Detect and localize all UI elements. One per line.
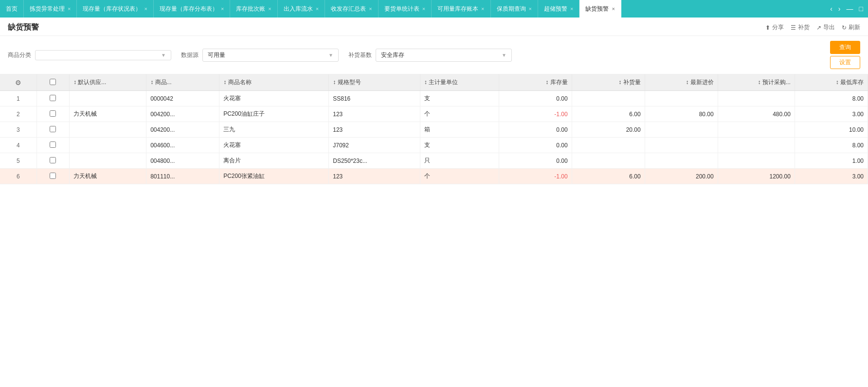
cell-index: 5 xyxy=(0,153,36,169)
table-header-row: ⚙ ↕ 默认供应... ↕ 商品... ↕ 商品名称 ↕ xyxy=(0,74,868,91)
cell-index: 2 xyxy=(0,106,36,122)
th-replenish[interactable]: ↕ 补货量 xyxy=(572,74,645,91)
cell-stock: 0.00 xyxy=(499,122,572,138)
row-checkbox[interactable] xyxy=(50,157,56,163)
tab-next-btn[interactable]: › xyxy=(835,4,844,14)
tab-prev-btn[interactable]: ‹ xyxy=(827,4,835,14)
cell-unit: 只 xyxy=(420,153,499,169)
close-tab-shortage[interactable]: × xyxy=(612,6,615,12)
th-unit-label: ↕ 主计量单位 xyxy=(424,79,458,86)
main-content: 缺货预警 ⬆ 分享 ☰ 补货 ↗ 导出 ↻ 刷新 商品分类 xyxy=(0,18,868,387)
cell-expected-purchase xyxy=(718,153,795,169)
th-stock[interactable]: ↕ 库存量 xyxy=(499,74,572,91)
row-checkbox[interactable] xyxy=(50,173,56,179)
cell-supplier xyxy=(70,122,146,138)
th-expected-purchase[interactable]: ↕ 预计采购... xyxy=(718,74,795,91)
cell-stock: -1.00 xyxy=(499,106,572,122)
close-tab-overstock[interactable]: × xyxy=(570,6,573,12)
th-code-label: ↕ 商品... xyxy=(150,79,171,86)
cell-index: 4 xyxy=(0,138,36,153)
th-settings[interactable]: ⚙ xyxy=(0,74,36,91)
refresh-action[interactable]: ↻ 刷新 xyxy=(842,23,860,32)
th-name[interactable]: ↕ 商品名称 xyxy=(219,74,329,91)
close-tab-expiry[interactable]: × xyxy=(529,6,532,12)
replenish-value: 安全库存 xyxy=(381,51,404,59)
cell-stock: 0.00 xyxy=(499,138,572,153)
settings-button[interactable]: 设置 xyxy=(830,56,860,69)
th-unit[interactable]: ↕ 主计量单位 xyxy=(420,74,499,91)
close-tab-inventory-dist[interactable]: × xyxy=(221,6,224,12)
export-action[interactable]: ↗ 导出 xyxy=(816,23,835,32)
close-tab-exception[interactable]: × xyxy=(68,6,71,12)
cell-code: 004200... xyxy=(146,122,219,138)
close-tab-batch-account[interactable]: × xyxy=(268,6,271,12)
cell-checkbox[interactable] xyxy=(36,138,70,153)
th-code[interactable]: ↕ 商品... xyxy=(146,74,219,91)
close-tab-order-stat[interactable]: × xyxy=(422,6,425,12)
th-checkbox[interactable] xyxy=(36,74,70,91)
query-button[interactable]: 查询 xyxy=(830,41,860,54)
cell-name: PC200油缸庄子 xyxy=(219,106,329,122)
cell-expected-purchase xyxy=(718,138,795,153)
tab-inventory-dist[interactable]: 现存量（库存分布表） × xyxy=(154,0,230,18)
cell-checkbox[interactable] xyxy=(36,169,70,184)
tab-expiry[interactable]: 保质期查询 × xyxy=(491,0,538,18)
replenish-action[interactable]: ☰ 补货 xyxy=(791,23,810,32)
cell-replenish xyxy=(572,91,645,106)
cell-checkbox[interactable] xyxy=(36,91,70,106)
datasource-select[interactable]: 可用量 ▼ xyxy=(202,49,339,62)
replenish-filter-group: 补货基数 安全库存 ▼ xyxy=(348,49,512,62)
data-table-container: ⚙ ↕ 默认供应... ↕ 商品... ↕ 商品名称 ↕ xyxy=(0,74,868,184)
tab-available-ledger[interactable]: 可用量库存账本 × xyxy=(432,0,490,18)
th-latest-price[interactable]: ↕ 最新进价 xyxy=(645,74,718,91)
tab-maximize-btn[interactable]: □ xyxy=(856,4,866,14)
cell-unit: 支 xyxy=(420,138,499,153)
cell-latest-price: 200.00 xyxy=(645,169,718,184)
th-supplier[interactable]: ↕ 默认供应... xyxy=(70,74,146,91)
tab-receive-summary[interactable]: 收发存汇总表 × xyxy=(325,0,378,18)
settings-gear-icon[interactable]: ⚙ xyxy=(15,79,21,87)
th-min-stock-label: ↕ 最低库存 xyxy=(836,79,864,86)
cell-min-stock: 8.00 xyxy=(795,138,868,153)
table-row: 5 004800... 离合片 DS250*23c... 只 0.00 1.00 xyxy=(0,153,868,169)
close-tab-inventory-status[interactable]: × xyxy=(144,6,147,12)
th-min-stock[interactable]: ↕ 最低库存 xyxy=(795,74,868,91)
cell-spec: J7092 xyxy=(329,138,420,153)
share-icon: ⬆ xyxy=(765,24,770,31)
tab-inventory-status[interactable]: 现存量（库存状况表） × xyxy=(77,0,153,18)
share-action[interactable]: ⬆ 分享 xyxy=(765,23,784,32)
cell-checkbox[interactable] xyxy=(36,153,70,169)
select-all-checkbox[interactable] xyxy=(50,79,56,85)
cell-index: 1 xyxy=(0,91,36,106)
row-checkbox[interactable] xyxy=(50,141,56,148)
replenish-icon: ☰ xyxy=(791,24,796,31)
row-checkbox[interactable] xyxy=(50,95,56,101)
cell-name: PC200张紧油缸 xyxy=(219,169,329,184)
tab-flow[interactable]: 出入库流水 × xyxy=(278,0,325,18)
close-tab-flow[interactable]: × xyxy=(316,6,319,12)
tab-shortage[interactable]: 缺货预警 × xyxy=(579,0,621,18)
close-tab-available-ledger[interactable]: × xyxy=(481,6,484,12)
tab-overstock[interactable]: 超储预警 × xyxy=(538,0,579,18)
cell-checkbox[interactable] xyxy=(36,106,70,122)
row-checkbox[interactable] xyxy=(50,110,56,117)
tab-order-stat[interactable]: 要货单统计表 × xyxy=(379,0,432,18)
cell-checkbox[interactable] xyxy=(36,122,70,138)
cell-latest-price xyxy=(645,138,718,153)
filter-bar: 商品分类 ▼ 数据源 可用量 ▼ 补货基数 安全库存 ▼ 查询 设置 xyxy=(0,36,868,74)
tab-minimize-btn[interactable]: — xyxy=(844,4,856,14)
tab-batch-account[interactable]: 库存批次账 × xyxy=(230,0,277,18)
th-spec[interactable]: ↕ 规格型号 xyxy=(329,74,420,91)
category-select[interactable]: ▼ xyxy=(35,50,171,60)
tab-exception[interactable]: 拣货异常处理 × xyxy=(24,0,77,18)
header-actions: ⬆ 分享 ☰ 补货 ↗ 导出 ↻ 刷新 xyxy=(765,23,860,32)
data-table: ⚙ ↕ 默认供应... ↕ 商品... ↕ 商品名称 ↕ xyxy=(0,74,868,184)
tab-home[interactable]: 首页 xyxy=(0,0,24,18)
th-spec-label: ↕ 规格型号 xyxy=(333,79,361,86)
replenish-select[interactable]: 安全库存 ▼ xyxy=(376,49,512,62)
cell-replenish xyxy=(572,138,645,153)
close-tab-receive-summary[interactable]: × xyxy=(369,6,372,12)
cell-unit: 箱 xyxy=(420,122,499,138)
cell-latest-price xyxy=(645,153,718,169)
row-checkbox[interactable] xyxy=(50,126,56,132)
